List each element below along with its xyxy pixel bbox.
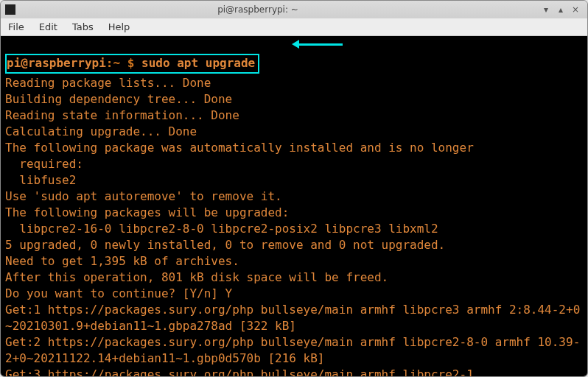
- output-line: required:: [5, 157, 83, 171]
- titlebar: pi@raspberrypi: ~ ▾ ▴ ×: [1, 1, 587, 18]
- prompt-separator: :: [106, 56, 113, 70]
- output-line: Get:1 https://packages.sury.org/php bull…: [5, 303, 580, 333]
- output-line: Get:3 https://packages.sury.org/php bull…: [5, 367, 474, 377]
- output-line: Do you want to continue? [Y/n] Y: [5, 286, 232, 300]
- output-line: Use 'sudo apt autoremove' to remove it.: [5, 189, 282, 203]
- output-line: Reading state information... Done: [5, 108, 239, 122]
- output-line: Get:2 https://packages.sury.org/php bull…: [5, 335, 580, 365]
- menu-edit[interactable]: Edit: [32, 20, 65, 34]
- highlighted-command-line: pi@raspberrypi:~ $ sudo apt upgrade: [5, 54, 259, 74]
- output-line: Building dependency tree... Done: [5, 92, 232, 106]
- output-line: The following package was automatically …: [5, 141, 474, 155]
- entered-command: sudo apt upgrade: [141, 56, 255, 70]
- output-line: Reading package lists... Done: [5, 76, 211, 90]
- terminal-output: pi@raspberrypi:~ $ sudo apt upgrade Read…: [1, 36, 587, 377]
- output-line: libfuse2: [5, 173, 76, 187]
- window-title: pi@raspberrypi: ~: [0, 4, 539, 15]
- minimize-button[interactable]: ▾: [539, 4, 553, 15]
- output-line: 5 upgraded, 0 newly installed, 0 to remo…: [5, 238, 445, 252]
- output-line: Calculating upgrade... Done: [5, 124, 197, 138]
- annotation-arrow: [298, 43, 343, 46]
- close-button[interactable]: ×: [568, 4, 583, 15]
- output-line: Need to get 1,395 kB of archives.: [5, 254, 239, 268]
- prompt-dollar: $: [120, 56, 141, 70]
- menu-tabs[interactable]: Tabs: [65, 20, 101, 34]
- prompt-path: ~: [113, 56, 121, 70]
- terminal-area[interactable]: pi@raspberrypi:~ $ sudo apt upgrade Read…: [1, 36, 587, 376]
- prompt-user-host: pi@raspberrypi: [7, 56, 106, 70]
- menu-file[interactable]: File: [5, 20, 32, 34]
- maximize-button[interactable]: ▴: [553, 4, 568, 15]
- output-line: After this operation, 801 kB disk space …: [5, 270, 388, 284]
- output-line: libpcre2-16-0 libpcre2-8-0 libpcre2-posi…: [5, 222, 438, 236]
- output-line: The following packages will be upgraded:: [5, 205, 289, 219]
- menubar: File Edit Tabs Help: [1, 18, 587, 36]
- menu-help[interactable]: Help: [101, 20, 138, 34]
